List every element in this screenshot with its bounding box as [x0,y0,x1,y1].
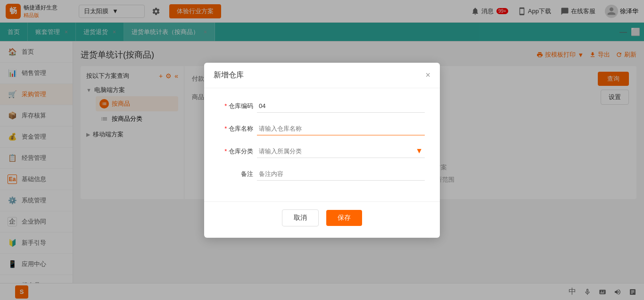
form-row-note: 备注 [219,167,425,181]
code-input[interactable] [257,100,425,113]
note-label: 备注 [219,170,257,178]
form-row-category: 仓库分类 ▼ [219,145,425,158]
category-dropdown-arrow[interactable]: ▼ [413,147,425,155]
modal: 新增仓库 × 仓库编码 仓库名称 仓库分类 ▼ [204,63,440,238]
modal-header: 新增仓库 × [204,63,440,88]
modal-body: 仓库编码 仓库名称 仓库分类 ▼ 备注 [204,88,440,201]
save-button[interactable]: 保存 [326,210,362,226]
name-input[interactable] [257,122,425,135]
code-label: 仓库编码 [219,102,257,110]
form-row-code: 仓库编码 [219,100,425,113]
category-select-input[interactable] [257,145,413,158]
modal-overlay: 新增仓库 × 仓库编码 仓库名称 仓库分类 ▼ [0,0,644,300]
form-row-name: 仓库名称 [219,122,425,135]
modal-footer: 取消 保存 [204,201,440,238]
category-label: 仓库分类 [219,147,257,156]
modal-close-button[interactable]: × [425,70,430,80]
category-select-wrapper: ▼ [257,145,425,158]
note-input[interactable] [257,167,425,181]
name-label: 仓库名称 [219,125,257,133]
cancel-button[interactable]: 取消 [282,209,319,226]
modal-title: 新增仓库 [214,70,244,80]
